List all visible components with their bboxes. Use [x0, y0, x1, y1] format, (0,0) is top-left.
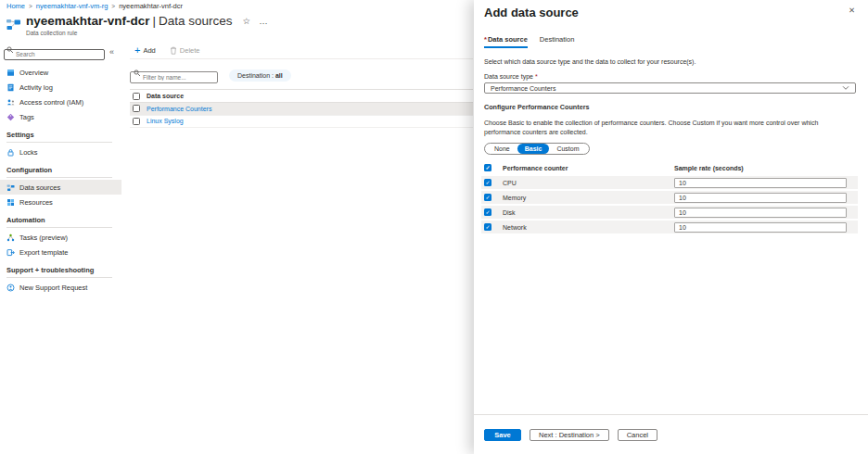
- table-row[interactable]: Performance Counters: [130, 103, 473, 116]
- tags-icon: [6, 113, 15, 121]
- sidebar-search-input[interactable]: [4, 49, 105, 60]
- sidebar-item-data-sources[interactable]: Data sources: [0, 180, 121, 195]
- cancel-button[interactable]: Cancel: [618, 429, 657, 441]
- panel-title: Add data source: [484, 6, 856, 19]
- counter-checkbox[interactable]: ✓: [484, 208, 491, 216]
- sidebar-item-label: New Support Request: [19, 284, 87, 292]
- more-options-icon[interactable]: …: [259, 14, 269, 29]
- sample-rate-input-network[interactable]: [674, 222, 847, 233]
- row-checkbox[interactable]: [133, 118, 140, 125]
- breadcrumb-resource-group[interactable]: nyeemakhtar-vnf-vm-rg: [36, 2, 108, 10]
- delete-button[interactable]: Delete: [170, 46, 200, 55]
- divider: [6, 227, 112, 228]
- counter-name: CPU: [503, 180, 674, 186]
- counter-row-network: ✓ Network: [481, 221, 858, 233]
- counter-row-cpu: ✓ CPU: [481, 176, 858, 189]
- counter-checkbox[interactable]: ✓: [484, 194, 491, 201]
- sidebar-item-new-support-request[interactable]: New Support Request: [0, 280, 121, 295]
- sidebar-group-settings: Settings: [0, 124, 121, 142]
- tab-label: Data source: [488, 35, 528, 44]
- counter-name: Disk: [503, 209, 674, 216]
- export-template-icon: [6, 248, 15, 257]
- filter-search-icon: [134, 69, 141, 77]
- filter-by-name-input[interactable]: [130, 71, 218, 83]
- tab-data-source[interactable]: *Data source: [484, 35, 528, 48]
- counter-name: Network: [503, 224, 674, 231]
- counter-checkbox[interactable]: ✓: [484, 223, 491, 231]
- sidebar-item-access-control[interactable]: Access control (IAM): [0, 95, 121, 109]
- save-button[interactable]: Save: [484, 429, 521, 441]
- counter-row-memory: ✓ Memory: [481, 191, 858, 204]
- divider: [130, 58, 473, 59]
- favorite-star-icon[interactable]: ☆: [243, 14, 251, 29]
- divider: [6, 277, 112, 278]
- performance-counters-link[interactable]: Performance Counters: [147, 106, 211, 112]
- next-destination-button[interactable]: Next : Destination >: [530, 429, 609, 441]
- sidebar-item-resources[interactable]: Resources: [0, 195, 121, 209]
- dropdown-value: Performance Counters: [491, 85, 555, 92]
- sample-rate-input-disk[interactable]: [674, 208, 847, 218]
- azure-portal-screen: Home > nyeemakhtar-vnf-vm-rg > nyeemakht…: [0, 0, 868, 454]
- close-icon[interactable]: ✕: [849, 6, 855, 15]
- page-title-section: Data sources: [159, 14, 233, 29]
- add-data-source-panel: Add data source ✕ *Data source Destinati…: [474, 0, 868, 454]
- configure-section-title: Configure Performance Counters: [484, 103, 856, 111]
- sidebar-item-export-template[interactable]: Export template: [0, 245, 121, 259]
- search-icon: [6, 46, 14, 54]
- sidebar-item-label: Tags: [19, 113, 34, 121]
- tab-destination[interactable]: Destination: [540, 35, 575, 48]
- sidebar-item-label: Activity log: [19, 83, 53, 92]
- main-content: + Add Delete Destination : all Data sour…: [130, 44, 473, 128]
- select-all-checkbox[interactable]: [133, 93, 140, 100]
- sidebar-item-tags[interactable]: Tags: [0, 109, 121, 124]
- sidebar-item-overview[interactable]: Overview: [0, 65, 121, 80]
- tasks-icon: [6, 233, 15, 242]
- counter-checkbox[interactable]: ✓: [484, 179, 491, 186]
- lock-icon: [6, 148, 15, 157]
- breadcrumb-separator: >: [111, 3, 115, 9]
- sidebar-item-label: Export template: [19, 248, 69, 257]
- data-source-type-label: Data source type *: [484, 73, 856, 80]
- filter-row: Destination : all: [130, 67, 473, 83]
- page-title-resource: nyeemakhtar-vnf-dcr: [26, 14, 150, 29]
- required-marker: *: [484, 35, 487, 44]
- collection-mode-toggle: None Basic Custom: [484, 143, 590, 155]
- plus-icon: +: [134, 45, 140, 55]
- required-marker: *: [535, 73, 538, 80]
- select-all-counters-checkbox[interactable]: ✓: [484, 164, 491, 171]
- panel-tabs: *Data source Destination: [484, 35, 856, 48]
- sample-rate-input-cpu[interactable]: [674, 178, 847, 188]
- sidebar-item-label: Locks: [19, 148, 38, 157]
- sidebar-item-tasks-preview[interactable]: Tasks (preview): [0, 230, 121, 245]
- divider: [6, 142, 112, 143]
- linux-syslog-link[interactable]: Linux Syslog: [147, 118, 184, 124]
- sidebar-item-activity-log[interactable]: Activity log: [0, 80, 121, 95]
- row-checkbox[interactable]: [133, 105, 140, 112]
- collapse-menu-icon[interactable]: «: [109, 47, 114, 57]
- breadcrumb-home[interactable]: Home: [6, 2, 25, 10]
- sidebar: « Overview Activity log Access control (…: [0, 42, 121, 454]
- mode-option-custom[interactable]: Custom: [549, 144, 586, 154]
- counters-header-row: ✓ Performance counter Sample rate (secon…: [481, 162, 858, 173]
- resources-icon: [6, 198, 15, 207]
- sample-rate-input-memory[interactable]: [674, 193, 847, 203]
- mode-option-basic[interactable]: Basic: [517, 144, 550, 154]
- command-bar: + Add Delete: [130, 44, 473, 56]
- add-button[interactable]: + Add: [134, 45, 156, 55]
- column-header-sample-rate: Sample rate (seconds): [674, 165, 858, 171]
- sidebar-item-label: Resources: [19, 198, 53, 207]
- destination-filter-label: Destination :: [237, 72, 274, 79]
- data-source-type-dropdown[interactable]: Performance Counters: [484, 82, 856, 94]
- sidebar-group-configuration: Configuration: [0, 159, 121, 177]
- configure-section-description: Choose Basic to enable the collection of…: [484, 119, 856, 136]
- sidebar-item-locks[interactable]: Locks: [0, 145, 121, 159]
- mode-option-none[interactable]: None: [487, 144, 517, 154]
- table-row[interactable]: Linux Syslog: [130, 116, 473, 129]
- page-header: nyeemakhtar-vnf-dcr | Data sources ☆ … D…: [6, 14, 269, 36]
- activity-log-icon: [6, 83, 15, 92]
- sidebar-group-automation: Automation: [0, 209, 121, 227]
- destination-filter-pill[interactable]: Destination : all: [229, 69, 291, 82]
- delete-button-label: Delete: [180, 46, 200, 55]
- divider: [6, 177, 112, 178]
- add-button-label: Add: [143, 46, 155, 55]
